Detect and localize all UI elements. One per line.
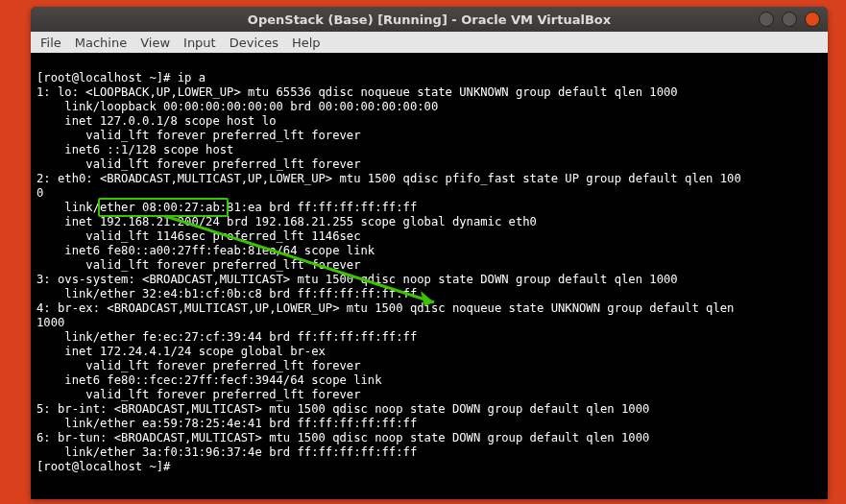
terminal-line: link/ether fe:ec:27:cf:39:44 brd ff:ff:f… (36, 330, 417, 344)
titlebar[interactable]: OpenStack (Base) [Running] - Oracle VM V… (31, 7, 828, 32)
window-title: OpenStack (Base) [Running] - Oracle VM V… (248, 12, 611, 27)
terminal-line: 5: br-int: <BROADCAST,MULTICAST> mtu 150… (36, 402, 649, 416)
menu-devices[interactable]: Devices (230, 36, 278, 50)
terminal-line: inet6 fe80::a00:27ff:feab:81ea/64 scope … (36, 244, 375, 257)
terminal-line: inet 172.24.4.1/24 scope global br-ex (36, 345, 326, 358)
terminal-line: inet6 ::1/128 scope host (36, 143, 233, 156)
terminal-line: link/ether 32:e4:b1:cf:0b:c8 brd ff:ff:f… (36, 287, 417, 300)
window-buttons (759, 12, 820, 27)
terminal-line: 2: eth0: <BROADCAST,MULTICAST,UP,LOWER_U… (36, 172, 741, 185)
menu-help[interactable]: Help (292, 36, 321, 50)
menubar: File Machine View Input Devices Help (31, 32, 828, 53)
terminal-line: valid_lft 1146sec preferred_lft 1146sec (36, 229, 361, 243)
terminal-line: 1: lo: <LOOPBACK,UP,LOWER_UP> mtu 65536 … (36, 85, 678, 99)
terminal-prompt-1: [root@localhost ~]# ip a (36, 71, 205, 84)
terminal-line: valid_lft forever preferred_lft forever (36, 258, 361, 272)
close-button[interactable] (805, 12, 820, 27)
terminal-line: inet 127.0.0.1/8 scope host lo (36, 114, 276, 128)
maximize-button[interactable] (782, 12, 797, 27)
terminal-line: link/ether ea:59:78:25:4e:41 brd ff:ff:f… (36, 417, 417, 430)
minimize-button[interactable] (759, 12, 774, 27)
terminal-line: inet6 fe80::fcec:27ff:fecf:3944/64 scope… (36, 373, 382, 387)
terminal-line: inet 192.168.21.200/24 brd 192.168.21.25… (36, 215, 537, 228)
terminal-line: 0 (36, 186, 43, 200)
terminal-prompt-2: [root@localhost ~]# (36, 460, 170, 473)
terminal-line: valid_lft forever preferred_lft forever (36, 388, 361, 401)
menu-view[interactable]: View (140, 36, 170, 50)
menu-file[interactable]: File (40, 36, 61, 50)
terminal-line: link/ether 3a:f0:31:96:37:4e brd ff:ff:f… (36, 445, 417, 459)
terminal-line: 6: br-tun: <BROADCAST,MULTICAST> mtu 150… (36, 431, 649, 444)
terminal-line: 1000 (36, 316, 64, 329)
terminal-line: link/ether 08:00:27:ab:81:ea brd ff:ff:f… (36, 201, 417, 214)
menu-machine[interactable]: Machine (75, 36, 127, 50)
terminal-line: 3: ovs-system: <BROADCAST,MULTICAST> mtu… (36, 273, 678, 286)
terminal-line: valid_lft forever preferred_lft forever (36, 359, 361, 372)
terminal-line: link/loopback 00:00:00:00:00:00 brd 00:0… (36, 100, 438, 113)
terminal[interactable]: [root@localhost ~]# ip a 1: lo: <LOOPBAC… (31, 53, 828, 499)
menu-input[interactable]: Input (183, 36, 216, 50)
terminal-line: 4: br-ex: <BROADCAST,MULTICAST,UP,LOWER_… (36, 301, 741, 315)
vm-window: OpenStack (Base) [Running] - Oracle VM V… (31, 7, 828, 498)
terminal-line: valid_lft forever preferred_lft forever (36, 129, 361, 142)
terminal-line: valid_lft forever preferred_lft forever (36, 157, 361, 171)
